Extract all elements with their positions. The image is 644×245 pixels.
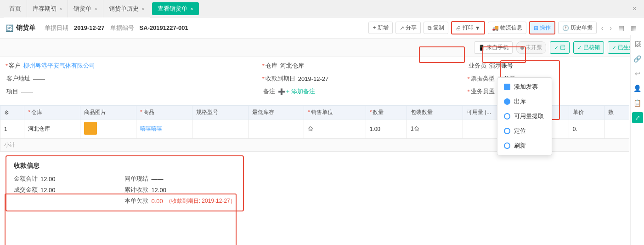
tab-sales[interactable]: 销货单 × xyxy=(68,0,103,17)
menu-avail-extract[interactable]: 可用量提取 xyxy=(497,109,552,124)
print-label: 打印 xyxy=(463,24,474,32)
phone-icon: 📱 xyxy=(478,45,485,51)
payment-title: 收款信息 xyxy=(14,162,236,170)
logistics-button[interactable]: 🚚 物流信息 xyxy=(488,22,526,34)
same-settle-value: —— xyxy=(151,176,163,182)
copy-button[interactable]: ⧉ 复制 xyxy=(424,22,448,34)
row-qty[interactable]: 1.00 xyxy=(366,120,407,139)
avail-extract-label: 可用量提取 xyxy=(514,112,544,120)
side-link-btn[interactable]: 🔗 xyxy=(632,53,643,64)
history-button[interactable]: 🕐 历史单据 xyxy=(558,22,597,34)
col-settings[interactable]: ⚙ xyxy=(0,106,24,120)
owe-note: （收款到期日: 2019-12-27） xyxy=(166,197,236,205)
tab-inventory[interactable]: 库存期初 × xyxy=(27,0,68,17)
remark-field: 备注 ➕ + 添加备注 xyxy=(262,87,468,96)
add-invoice-icon xyxy=(504,84,510,90)
new-label: + 新增 xyxy=(373,24,388,32)
payment-same-settle: 同单现结 —— xyxy=(124,175,235,183)
tab-close-inventory[interactable]: × xyxy=(59,6,62,11)
row-warehouse[interactable]: 河北仓库 xyxy=(24,120,80,139)
dot-icon xyxy=(520,46,524,50)
row-product[interactable]: 嘻嘻嘻嘻 xyxy=(136,120,192,139)
dropdown-menu: 添加发票 出库 可用量提取 定位 刷新 xyxy=(497,77,552,155)
cancel-btn[interactable]: ✓ 已核销 xyxy=(573,41,604,54)
address-field: 客户地址 —— xyxy=(6,74,262,83)
operation-label: 操作 xyxy=(540,24,551,32)
add-invoice-label: 添加发票 xyxy=(514,83,538,91)
share-button[interactable]: ↗ 分享 xyxy=(395,22,421,34)
cumulative-label: 累计收款 xyxy=(124,186,148,194)
settings-icon: ⚙ xyxy=(4,109,9,116)
locate-icon xyxy=(504,128,510,134)
tab-sales-history[interactable]: 销货单历史 × xyxy=(103,0,150,17)
next-button[interactable]: › xyxy=(608,23,614,33)
warehouse-value[interactable]: 河北仓库 xyxy=(280,62,304,70)
product-image xyxy=(84,122,97,135)
col-spec: 规格型号 xyxy=(192,106,248,120)
tab-close-sales[interactable]: × xyxy=(94,6,97,11)
status-ticket-label: 未开票 xyxy=(525,44,542,51)
side-return-btn[interactable]: ↩ xyxy=(632,68,643,79)
total-value: 12.00 xyxy=(40,176,56,182)
tab-close-sales-history[interactable]: × xyxy=(141,6,144,11)
new-button[interactable]: + 新增 xyxy=(368,22,392,34)
refresh-label: 刷新 xyxy=(514,142,526,150)
menu-outbound[interactable]: 出库 xyxy=(497,94,552,109)
row-spec[interactable] xyxy=(192,120,248,139)
view2-button[interactable]: ▦ xyxy=(629,23,638,33)
col-image: 商品图片 xyxy=(80,106,136,120)
address-label: 客户地址 xyxy=(6,74,30,83)
row-min-stock xyxy=(248,120,304,139)
col-price: 单价 xyxy=(569,106,604,120)
confirm-btn[interactable]: ✓ 已 xyxy=(550,41,570,54)
outbound-label: 出库 xyxy=(514,97,526,106)
phone-button[interactable]: 📱 来自手机 xyxy=(474,41,513,54)
remark-add-button[interactable]: ➕ + 添加备注 xyxy=(278,87,315,96)
row-unit[interactable]: 台 xyxy=(304,120,366,139)
warehouse-label: 仓库 xyxy=(266,62,277,70)
operation-icon: ⊞ xyxy=(534,25,538,31)
ticket-req: * xyxy=(468,75,470,82)
warehouse-field: * 仓库 河北仓库 xyxy=(262,62,468,70)
sales-label: 业务员孟 xyxy=(471,87,495,96)
payment-box: 收款信息 金额合计 12.00 同单现结 —— 成交金额 12.00 累计收款 … xyxy=(6,155,244,211)
window-close-button[interactable]: × xyxy=(629,3,640,15)
due-value[interactable]: 2019-12-27 xyxy=(298,75,329,82)
form-row-1: * 客户 柳州粤港平安气体有限公司 * 仓库 河北仓库 业务员 演示账号 xyxy=(6,62,638,70)
menu-locate[interactable]: 定位 xyxy=(497,124,552,138)
payment-cumulative: 累计收款 12.00 xyxy=(124,186,235,194)
no-value: SA-20191227-001 xyxy=(140,24,188,31)
customer-label: 客户 xyxy=(9,62,21,70)
status-ticket-button[interactable]: 未开票 xyxy=(516,41,546,54)
side-image-btn[interactable]: 🖼 xyxy=(632,39,643,50)
col-qty: *数量 xyxy=(366,106,407,120)
tab-view-sales[interactable]: 查看销货单 × xyxy=(152,2,198,15)
logistics-icon: 🚚 xyxy=(492,25,499,31)
side-expand-btn[interactable]: ⤢ xyxy=(632,112,643,123)
print-icon: 🖨 xyxy=(456,25,461,31)
share-icon: ↗ xyxy=(400,25,404,31)
row-pkg[interactable]: 1台 xyxy=(407,120,463,139)
same-settle-label: 同单现结 xyxy=(124,175,148,183)
col-min-stock: 最低库存 xyxy=(248,106,304,120)
row-price[interactable]: 0. xyxy=(569,120,604,139)
document-header: 🔄 销货单 单据日期 2019-12-27 单据编号 SA-20191227-0… xyxy=(0,17,644,39)
payment-total: 金额合计 12.00 xyxy=(14,175,124,183)
deal-label: 成交金额 xyxy=(14,186,38,194)
customer-value[interactable]: 柳州粤港平安气体有限公司 xyxy=(23,62,95,70)
print-arrow: ▼ xyxy=(475,25,480,31)
row-num xyxy=(604,120,629,139)
col-pkg: 包装数量 xyxy=(407,106,463,120)
tab-close-view-sales[interactable]: × xyxy=(190,6,193,11)
operation-button[interactable]: ⊞ 操作 xyxy=(529,21,555,34)
plus-icon: ➕ xyxy=(278,88,285,95)
print-button[interactable]: 🖨 打印 ▼ xyxy=(451,21,485,34)
tab-home[interactable]: 首页 xyxy=(4,0,27,17)
prev-button[interactable]: ‹ xyxy=(599,23,605,33)
side-doc-btn[interactable]: 📋 xyxy=(632,97,643,108)
menu-add-invoice[interactable]: 添加发票 xyxy=(497,80,552,94)
menu-refresh[interactable]: 刷新 xyxy=(497,138,552,153)
side-user-btn[interactable]: 👤 xyxy=(632,83,643,94)
view1-button[interactable]: ▤ xyxy=(616,23,626,33)
warehouse-req: * xyxy=(262,63,265,69)
